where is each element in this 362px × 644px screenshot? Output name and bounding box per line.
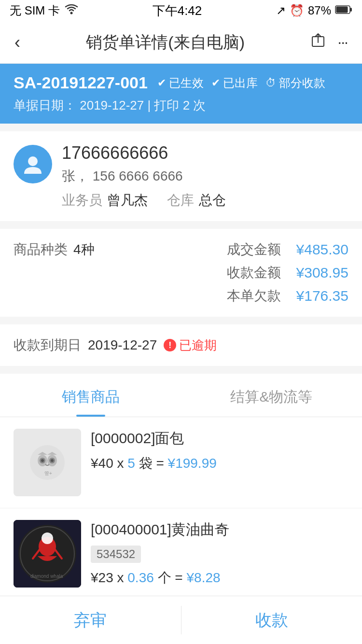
salesman-label: 业务员 <box>62 191 102 210</box>
badge-shipped: ✔ 已出库 <box>211 75 258 91</box>
order-date: 2019-12-27 <box>80 98 144 112</box>
product-total-2: ¥8.28 <box>186 570 220 585</box>
salesman-value: 曾凡杰 <box>107 191 148 210</box>
due-label: 收款到期日 <box>14 336 81 354</box>
header-banner: SA-20191227-001 ✔ 已生效 ✔ 已出库 ⏱ 部分收款 单据日期：… <box>0 64 362 124</box>
product-thumbnail-1: 管+ <box>14 429 81 496</box>
debt-row: 本单欠款 ¥176.35 <box>223 287 348 305</box>
overdue-badge: ! 已逾期 <box>164 337 217 354</box>
collected-label: 收款金额 <box>223 264 281 282</box>
alarm-icon: ⏰ <box>290 4 304 17</box>
product-unit-price-2: ¥23 <box>91 570 113 585</box>
stats-left: 商品种类 4种 <box>14 240 95 259</box>
customer-section: 17666666666 张， 156 6666 6666 业务员 曾凡杰 仓库 … <box>0 131 362 221</box>
product-multiply-1: x <box>117 456 128 471</box>
product-name-1: [0000002]面包 <box>91 429 348 448</box>
wifi-icon <box>65 4 78 17</box>
more-icon[interactable]: ··· <box>337 33 348 51</box>
product-unit-price-1: ¥40 <box>91 456 113 471</box>
print-info: | 打印 2 次 <box>147 98 206 112</box>
products-section: 管+ [0000002]面包 ¥40 x 5 袋 = ¥199.99 <box>0 417 362 600</box>
product-equals-2: = <box>175 570 186 585</box>
badge-shipped-label: 已出库 <box>223 75 258 91</box>
list-item: 管+ [0000002]面包 ¥40 x 5 袋 = ¥199.99 <box>0 417 362 508</box>
product-info-1: [0000002]面包 ¥40 x 5 袋 = ¥199.99 <box>91 429 348 473</box>
list-item: diamond whala [000400001]黄油曲奇 534532 ¥23… <box>0 508 362 600</box>
product-equals-1: = <box>156 456 167 471</box>
warehouse-item: 仓库 总仓 <box>167 191 226 210</box>
svg-rect-2 <box>350 8 352 12</box>
badge-partial: ⏱ 部分收款 <box>265 75 325 91</box>
nav-actions: ··· <box>310 33 348 52</box>
overdue-icon: ! <box>164 339 176 351</box>
svg-text:管+: 管+ <box>44 471 52 476</box>
due-section: 收款到期日 2019-12-27 ! 已逾期 <box>0 324 362 366</box>
cancel-button[interactable]: 弃审 <box>0 596 181 644</box>
warehouse-label: 仓库 <box>167 191 194 210</box>
battery-icon <box>335 4 352 17</box>
product-price-row-1: ¥40 x 5 袋 = ¥199.99 <box>91 454 348 473</box>
badge-effective: ✔ 已生效 <box>157 75 204 91</box>
status-bar: 无 SIM 卡 下午4:42 ↗ ⏰ 87% <box>0 0 362 21</box>
status-right: ↗ ⏰ 87% <box>276 4 352 17</box>
order-id: SA-20191227-001 <box>14 73 148 92</box>
product-unit-2: 个 <box>158 570 171 585</box>
banner-badges: ✔ 已生效 ✔ 已出库 ⏱ 部分收款 <box>157 75 325 91</box>
customer-phone: 张， 156 6666 6666 <box>62 167 348 185</box>
bottom-action-bar: 弃审 收款 <box>0 596 362 644</box>
tabs-container: 销售商品 结算&物流等 <box>0 374 362 417</box>
customer-name-text: 张， <box>62 168 89 183</box>
svg-point-18 <box>42 532 53 544</box>
salesman-item: 业务员 曾凡杰 <box>62 191 148 210</box>
collect-button[interactable]: 收款 <box>181 596 362 644</box>
cancel-label: 弃审 <box>74 609 107 631</box>
product-multiply-2: x <box>117 570 128 585</box>
warehouse-value: 总仓 <box>199 191 226 210</box>
collected-value: ¥308.95 <box>291 265 348 281</box>
tab-settlement[interactable]: 结算&物流等 <box>181 374 362 417</box>
product-price-row-2: ¥23 x 0.36 个 = ¥8.28 <box>91 569 348 587</box>
svg-point-11 <box>41 459 44 462</box>
check-icon-1: ✔ <box>157 77 166 89</box>
svg-rect-3 <box>336 7 348 13</box>
share-icon[interactable] <box>310 33 326 52</box>
customer-id: 17666666666 <box>62 143 348 163</box>
avatar <box>14 145 52 183</box>
stats-section: 商品种类 4种 成交金额 ¥485.30 收款金额 ¥308.95 本单欠款 ¥… <box>0 229 362 317</box>
product-total-1: ¥199.99 <box>168 456 217 471</box>
product-tag-2: 534532 <box>91 546 141 563</box>
debt-value: ¥176.35 <box>291 288 348 304</box>
nav-bar: ‹ 销货单详情(来自电脑) ··· <box>0 21 362 64</box>
status-left: 无 SIM 卡 <box>10 3 78 18</box>
deal-amount-label: 成交金额 <box>223 240 281 259</box>
stats-right: 成交金额 ¥485.30 收款金额 ¥308.95 本单欠款 ¥176.35 <box>223 240 348 305</box>
svg-point-0 <box>70 12 73 14</box>
clock-icon: ⏱ <box>265 77 276 89</box>
deal-amount-row: 成交金额 ¥485.30 <box>223 240 348 259</box>
tab-products[interactable]: 销售商品 <box>0 374 181 417</box>
customer-info: 17666666666 张， 156 6666 6666 业务员 曾凡杰 仓库 … <box>62 143 348 210</box>
category-count: 4种 <box>73 240 95 259</box>
badge-partial-label: 部分收款 <box>279 75 325 91</box>
product-thumbnail-2: diamond whala <box>14 520 81 588</box>
customer-meta: 业务员 曾凡杰 仓库 总仓 <box>62 191 348 210</box>
page-title: 销货单详情(来自电脑) <box>86 31 245 54</box>
svg-point-12 <box>51 459 54 462</box>
svg-point-5 <box>28 156 38 166</box>
carrier-text: 无 SIM 卡 <box>10 3 60 18</box>
battery-text: 87% <box>308 4 331 17</box>
product-info-2: [000400001]黄油曲奇 534532 ¥23 x 0.36 个 = ¥8… <box>91 520 348 587</box>
banner-date-row: 单据日期： 2019-12-27 | 打印 2 次 <box>14 97 348 114</box>
collect-label: 收款 <box>255 609 288 631</box>
overdue-label: 已逾期 <box>179 337 217 354</box>
product-unit-1: 袋 <box>139 456 153 471</box>
due-date-value: 2019-12-27 <box>88 337 157 353</box>
back-button[interactable]: ‹ <box>14 32 20 53</box>
tab-products-label: 销售商品 <box>62 389 120 405</box>
product-name-2: [000400001]黄油曲奇 <box>91 520 348 540</box>
category-label: 商品种类 <box>14 240 68 259</box>
product-quantity-2: 0.36 <box>127 570 154 585</box>
date-label: 单据日期： <box>14 98 76 112</box>
location-icon: ↗ <box>276 4 286 17</box>
check-icon-2: ✔ <box>211 77 220 89</box>
